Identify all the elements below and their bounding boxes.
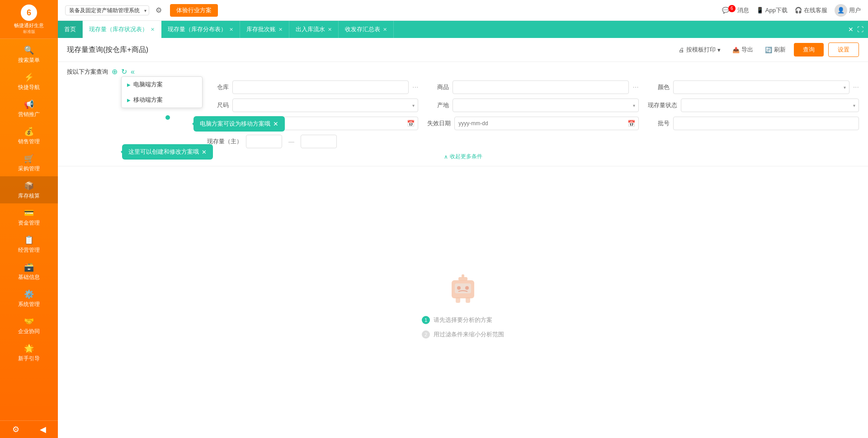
sidebar-item-search[interactable]: 🔍 搜索菜单 — [0, 41, 58, 68]
print-btn[interactable]: 🖨 按模板打印 ▾ — [675, 44, 724, 56]
sidebar-item-finance[interactable]: 💳 资金管理 — [0, 203, 58, 231]
page-header: 现存量查询(按仓库+商品) 🖨 按模板打印 ▾ 📤 导出 🔄 刷新 查询 设置 — [58, 38, 868, 62]
settings-icon[interactable]: ⚙ — [156, 6, 162, 14]
size-select-wrap[interactable] — [232, 99, 418, 112]
qty-to-input[interactable] — [301, 135, 337, 148]
expand-icon: ▶ — [127, 82, 131, 87]
filter-row-status: 现存量状态 — [648, 99, 859, 112]
query-btn[interactable]: 查询 — [794, 43, 824, 57]
tab-inventory-status[interactable]: 现存量（库存状况表） ✕ — [83, 21, 161, 38]
filter-add-btn[interactable]: ⊕ — [112, 67, 118, 76]
tab-inventory-dist[interactable]: 现存量（库存分布表） ✕ — [161, 21, 240, 38]
scheme-panel: ▶ 电脑端方案 ▶ 移动端方案 — [121, 76, 203, 108]
warehouse-input[interactable] — [232, 80, 409, 94]
product-input[interactable] — [453, 80, 629, 94]
app-download-item[interactable]: 📱 App下载 — [756, 6, 788, 14]
svg-rect-7 — [466, 297, 470, 303]
color-dots[interactable]: ··· — [853, 83, 859, 91]
sidebar-item-enterprise[interactable]: 🤝 企业协同 — [0, 312, 58, 339]
status-label: 现存量状态 — [648, 101, 677, 109]
inventory-icon: 📦 — [24, 181, 34, 191]
sidebar-item-operations[interactable]: 📋 经营管理 — [0, 231, 58, 258]
purchase-icon: 🛒 — [24, 154, 34, 164]
system-select[interactable]: 装备及固定资产辅助管理系统 — [65, 5, 149, 15]
color-select[interactable] — [673, 80, 849, 94]
origin-select-wrap[interactable] — [453, 99, 638, 112]
export-icon: 📤 — [732, 47, 740, 53]
status-select[interactable] — [681, 99, 859, 112]
origin-select[interactable] — [453, 99, 638, 112]
warehouse-dots[interactable]: ··· — [412, 83, 418, 91]
filter-row-expdate: 失效日期 📅 — [427, 117, 638, 130]
status-select-wrap[interactable] — [681, 99, 859, 112]
content-area: 现存量查询(按仓库+商品) 🖨 按模板打印 ▾ 📤 导出 🔄 刷新 查询 设置 — [58, 38, 868, 438]
system-select-wrap[interactable]: 装备及固定资产辅助管理系统 — [65, 5, 149, 15]
color-select-wrap[interactable] — [673, 80, 849, 94]
tab-flow-label: 出入库流水 — [296, 25, 325, 33]
svg-rect-4 — [458, 277, 467, 281]
product-dots[interactable]: ··· — [632, 83, 638, 91]
tab-end: ✕ ⛶ — [844, 21, 868, 38]
tab-inventory-status-close[interactable]: ✕ — [151, 27, 155, 33]
page-title: 现存量查询(按仓库+商品) — [67, 45, 148, 55]
scheme-item-mobile[interactable]: ▶ 移动端方案 — [122, 92, 202, 108]
step-1-text: 请先选择要分析的方案 — [434, 314, 492, 326]
qty-label: 现存量（主） — [207, 137, 242, 146]
app-download-label: App下载 — [765, 6, 788, 14]
qty-separator: — — [286, 138, 297, 145]
reset-btn[interactable]: 设置 — [828, 42, 859, 57]
empty-illustration — [440, 264, 486, 305]
filter-row-batch: 批号 — [648, 117, 859, 130]
tab-flow[interactable]: 出入库流水 ✕ — [289, 21, 339, 38]
connection-dot — [165, 115, 170, 120]
notification-item[interactable]: 💬 6 消息 — [722, 6, 749, 14]
qty-from-input[interactable] — [246, 135, 282, 148]
sidebar-item-sales[interactable]: 💰 销售管理 — [0, 122, 58, 149]
online-service-item[interactable]: 🎧 在线客服 — [795, 6, 827, 14]
avatar: 👤 — [835, 4, 847, 17]
sidebar-item-inventory[interactable]: 📦 库存核算 — [0, 176, 58, 203]
tab-batch[interactable]: 库存批次账 ✕ — [240, 21, 289, 38]
tab-inventory-dist-label: 现存量（库存分布表） — [168, 25, 226, 33]
proddate-calendar-icon[interactable]: 📅 — [407, 120, 415, 127]
settings-btn[interactable]: ⚙ — [12, 424, 19, 434]
filter-refresh-btn[interactable]: ↻ — [121, 67, 127, 76]
user-label: 用户 — [849, 6, 861, 14]
tab-home[interactable]: 首页 — [58, 21, 83, 38]
logo-icon: 6 — [21, 5, 37, 21]
tab-flow-close[interactable]: ✕ — [328, 27, 332, 33]
sidebar-item-guide[interactable]: 🌟 新手引导 — [0, 339, 58, 366]
sidebar-item-purchase[interactable]: 🛒 采购管理 — [0, 149, 58, 176]
guide-icon: 🌟 — [24, 344, 34, 353]
tab-inventory-dist-close[interactable]: ✕ — [229, 27, 233, 33]
filter-back-btn[interactable]: « — [131, 68, 135, 76]
sidebar-item-quick-nav[interactable]: ⚡ 快捷导航 — [0, 68, 58, 95]
tab-close-all-icon[interactable]: ✕ — [848, 26, 854, 33]
expdate-calendar-icon[interactable]: 📅 — [627, 120, 635, 127]
hint-tooltip-1-close[interactable]: ✕ — [273, 120, 278, 127]
main-area: 装备及固定资产辅助管理系统 ⚙ 体验行业方案 💬 6 消息 📱 App下载 🎧 … — [58, 0, 868, 438]
sidebar-item-basic[interactable]: 🗃️ 基础信息 — [0, 258, 58, 285]
collapse-btn[interactable]: ∧ 收起更多条件 — [444, 153, 482, 160]
expdate-input[interactable] — [454, 117, 638, 130]
headset-icon: 🎧 — [795, 7, 802, 14]
tab-batch-close[interactable]: ✕ — [278, 27, 283, 33]
industry-btn[interactable]: 体验行业方案 — [170, 4, 218, 17]
size-select[interactable] — [232, 99, 418, 112]
hint-tooltip-2-close[interactable]: ✕ — [202, 149, 207, 155]
tab-expand-icon[interactable]: ⛶ — [857, 26, 863, 33]
scheme-item-desktop[interactable]: ▶ 电脑端方案 — [122, 77, 202, 92]
batch-input[interactable] — [673, 117, 859, 130]
finance-icon: 💳 — [24, 208, 34, 218]
online-service-label: 在线客服 — [804, 6, 827, 14]
sidebar-item-marketing[interactable]: 📢 营销推广 — [0, 95, 58, 122]
collapse-sidebar-btn[interactable]: ◀ — [40, 424, 46, 434]
filter-row-product: 商品 ··· — [427, 80, 638, 94]
user-item[interactable]: 👤 用户 — [835, 4, 861, 17]
sidebar-item-system[interactable]: ⚙️ 系统管理 — [0, 285, 58, 312]
tab-summary[interactable]: 收发存汇总表 ✕ — [339, 21, 394, 38]
tab-summary-close[interactable]: ✕ — [383, 27, 387, 33]
top-header: 装备及固定资产辅助管理系统 ⚙ 体验行业方案 💬 6 消息 📱 App下载 🎧 … — [58, 0, 868, 21]
refresh-btn[interactable]: 🔄 刷新 — [761, 44, 789, 56]
export-btn[interactable]: 📤 导出 — [729, 44, 757, 56]
